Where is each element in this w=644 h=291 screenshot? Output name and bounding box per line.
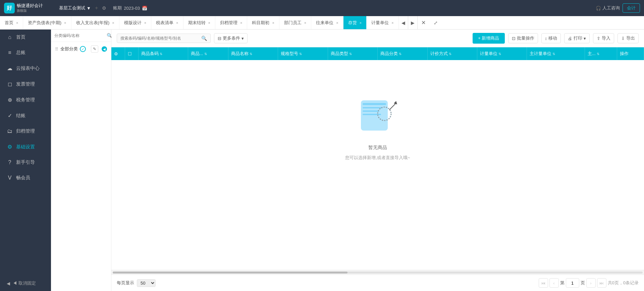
import-btn[interactable]: ⇧ 导入 — [593, 33, 614, 43]
page-suffix-label: 页 — [581, 280, 585, 286]
batch-operation-btn[interactable]: ⊡ 批量操作 — [508, 33, 538, 43]
tab-tax-list[interactable]: 税表清单 × — [151, 16, 183, 29]
export-btn[interactable]: ⇩ 导出 — [618, 33, 639, 43]
th-checkbox[interactable]: ☐ — [125, 47, 138, 60]
tab-close-all-btn[interactable]: ✕ — [418, 16, 430, 29]
tab-close-icon[interactable]: × — [64, 21, 66, 25]
closing-icon: ✓ — [7, 112, 13, 119]
tab-period-closing[interactable]: 期末结转 × — [183, 16, 215, 29]
chevron-down-icon: ▼ — [87, 6, 91, 11]
calendar-icon[interactable]: 📅 — [142, 6, 147, 11]
th-unit[interactable]: 计量单位⇅ — [477, 47, 527, 60]
sidebar-item-home[interactable]: ⌂ 首页 — [0, 30, 51, 45]
tab-inventory[interactable]: 存货 × — [343, 16, 367, 29]
tab-label: 计量单位 — [371, 20, 389, 26]
human-service-btn[interactable]: 🎧 人工咨询 — [596, 5, 620, 11]
member-icon: V — [7, 175, 13, 181]
settings-icon[interactable]: ⚙ — [102, 5, 106, 11]
tab-label: 首页 — [5, 20, 13, 26]
tab-next-btn[interactable]: ▶ — [408, 16, 418, 29]
tab-label: 收入支出表(年报) — [76, 20, 110, 26]
last-page-btn[interactable]: ⏭ — [597, 278, 606, 288]
category-search-input[interactable] — [54, 33, 105, 38]
scrollbar-thumb[interactable] — [113, 272, 347, 274]
search-icon[interactable]: 🔍 — [201, 36, 207, 41]
move-icon: ↕ — [545, 36, 547, 41]
page-size-dropdown[interactable]: 50 10 20 100 — [137, 279, 156, 287]
prev-page-btn[interactable]: ‹ — [549, 278, 559, 288]
tab-subject-initial[interactable]: 科目期初 × — [247, 16, 279, 29]
tab-close-icon[interactable]: × — [304, 21, 306, 25]
print-btn[interactable]: 🖨 打印 ▾ — [564, 33, 590, 43]
tab-balance-sheet[interactable]: 资产负债表(中期) × — [23, 16, 71, 29]
print-icon: 🖨 — [568, 36, 572, 41]
tab-archive[interactable]: 归档管理 × — [215, 16, 247, 29]
tab-label: 期末结转 — [188, 20, 206, 26]
invoice-icon: ◻ — [7, 81, 13, 87]
th-extra[interactable]: 主...⇅ — [585, 47, 617, 60]
sidebar-label: 结账 — [16, 113, 25, 119]
sidebar-item-invoice[interactable]: ◻ 发票管理 — [0, 76, 51, 92]
tab-close-icon[interactable]: × — [176, 21, 178, 25]
sidebar-item-tax[interactable]: ⊕ 税务管理 — [0, 92, 51, 108]
tab-prev-btn[interactable]: ◀ — [399, 16, 408, 29]
th-main-unit[interactable]: 主计量单位⇅ — [527, 47, 585, 60]
sidebar-item-archive[interactable]: 🗂 归档管理 — [0, 124, 51, 139]
th-price-method[interactable]: 计价方式⇅ — [427, 47, 477, 60]
first-page-btn[interactable]: ⏮ — [539, 278, 548, 288]
move-btn[interactable]: ↕ 移动 — [541, 33, 561, 43]
svg-line-6 — [389, 103, 396, 110]
tab-department-staff[interactable]: 部门员工 × — [279, 16, 311, 29]
sidebar-item-guide[interactable]: ? 新手引导 — [0, 155, 51, 170]
th-barcode[interactable]: 商品条码⇅ — [138, 47, 188, 60]
sidebar-label: 归档管理 — [16, 128, 35, 134]
th-name[interactable]: 商品名称⇅ — [228, 47, 278, 60]
category-badge: ✓ — [80, 46, 86, 52]
tab-close-icon[interactable]: × — [240, 21, 242, 25]
tab-close-icon[interactable]: × — [336, 21, 338, 25]
logo-icon: 好 — [4, 3, 15, 13]
tab-close-icon[interactable]: × — [272, 21, 274, 25]
tab-close-icon[interactable]: × — [144, 21, 146, 25]
th-code[interactable]: 商品...⇅ — [188, 47, 228, 60]
tab-customers[interactable]: 往来单位 × — [311, 16, 343, 29]
sidebar-item-member[interactable]: V 畅会员 — [0, 170, 51, 186]
empty-state: 暂无商品 您可以选择新增,或者直接导入哦~ — [111, 60, 644, 188]
sidebar-item-ledger[interactable]: ≡ 总账 — [0, 45, 51, 60]
th-spec[interactable]: 规格型号⇅ — [278, 47, 328, 60]
add-tab-icon[interactable]: + — [95, 5, 98, 11]
add-product-btn[interactable]: + 新增商品 — [473, 33, 504, 44]
tab-template-design[interactable]: 模版设计 × — [119, 16, 151, 29]
sidebar-unpin-btn[interactable]: ◀ ◀ 取消固定 — [0, 276, 51, 291]
tab-measurement-unit[interactable]: 计量单位 × — [367, 16, 398, 29]
main-search-input[interactable] — [120, 36, 199, 41]
empty-svg — [351, 87, 405, 141]
tab-close-icon[interactable]: × — [112, 21, 114, 25]
main-table-panel: 🔍 ⊟ 更多条件 ▾ + 新增商品 ⊡ 批量操作 ↕ — [111, 30, 644, 291]
sidebar-item-closing[interactable]: ✓ 结账 — [0, 108, 51, 124]
page-size-select[interactable]: 50 10 20 100 — [137, 279, 156, 287]
guide-icon: ? — [7, 159, 13, 165]
collapse-panel-btn[interactable]: ◀ — [102, 46, 107, 52]
tab-close-icon[interactable]: × — [208, 21, 210, 25]
horizontal-scrollbar[interactable] — [111, 270, 644, 275]
tab-close-icon[interactable]: × — [391, 21, 393, 25]
next-page-btn[interactable]: › — [586, 278, 596, 288]
account-button[interactable]: 会计 — [623, 3, 640, 13]
filter-btn[interactable]: ⊟ 更多条件 ▾ — [214, 33, 248, 43]
scrollbar-track[interactable] — [113, 272, 643, 274]
tab-home[interactable]: 首页 × — [0, 16, 23, 29]
sidebar-item-cloud-report[interactable]: ☁ 云报表中心 — [0, 60, 51, 76]
tab-close-icon[interactable]: × — [16, 21, 18, 25]
th-settings[interactable]: ⚙ — [111, 47, 125, 60]
tab-close-icon[interactable]: × — [360, 21, 362, 25]
tab-income-statement[interactable]: 收入支出表(年报) × — [71, 16, 119, 29]
edit-category-btn[interactable]: ✎ — [91, 45, 98, 53]
tab-maximize-btn[interactable]: ⤢ — [430, 16, 442, 29]
company-selector[interactable]: 基层工会测试 ▼ — [59, 5, 91, 11]
th-type[interactable]: 商品类型⇅ — [328, 47, 377, 60]
page-number-input[interactable] — [566, 278, 579, 288]
tab-label: 资产负债表(中期) — [28, 20, 61, 26]
th-category[interactable]: 商品分类⇅ — [378, 47, 427, 60]
sidebar-item-basic-settings[interactable]: ⚙ 基础设置 — [0, 139, 51, 155]
